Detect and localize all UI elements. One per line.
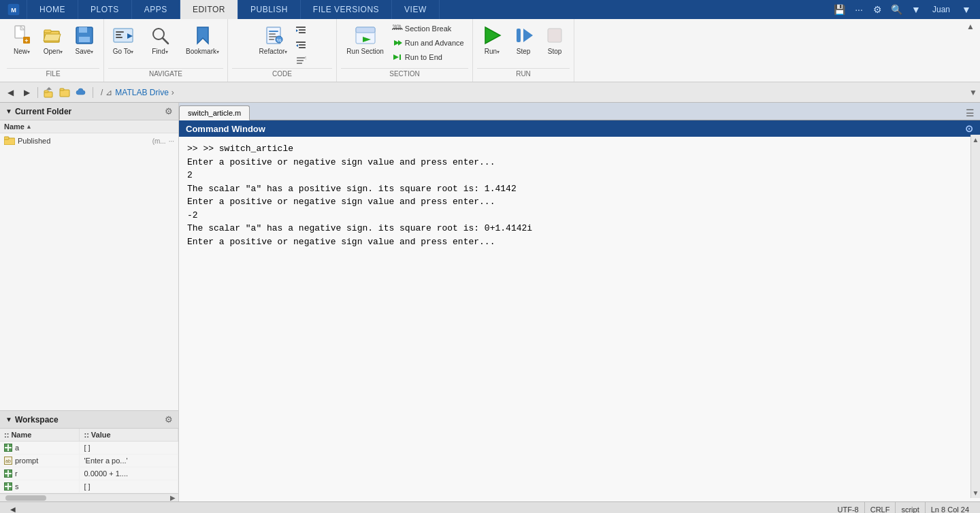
- ribbon-navigate-label: NAVIGATE: [108, 68, 223, 79]
- bookmark-label-row: Bookmark ▾: [186, 48, 219, 56]
- folder-icon: [4, 135, 15, 146]
- quick-access-more-icon[interactable]: ···: [851, 2, 867, 17]
- matlab-logo[interactable]: M: [0, 0, 27, 19]
- left-panel-scrollbar[interactable]: ▶: [0, 493, 178, 501]
- ribbon-file-buttons: + New ▾ Open: [7, 22, 99, 67]
- current-folder-gear-icon[interactable]: ⚙: [165, 106, 173, 116]
- command-window-settings-icon[interactable]: ⊙: [965, 123, 973, 134]
- find-label: Find: [152, 48, 165, 56]
- breadcrumb-sep-2: ⊿: [105, 88, 112, 97]
- workspace-var-a[interactable]: a [ ]: [0, 442, 178, 454]
- command-window-header: Command Window ⊙: [179, 120, 980, 137]
- svg-rect-36: [297, 63, 302, 64]
- workspace-table: :: Name :: Value: [0, 429, 178, 493]
- quick-access-dropdown-icon[interactable]: ▼: [908, 2, 924, 17]
- breadcrumb-matlab-drive[interactable]: MATLAB Drive: [115, 88, 168, 97]
- refactor-icon: %: [263, 24, 284, 46]
- menu-tab-publish[interactable]: PUBLISH: [238, 0, 301, 19]
- var-prompt-string-icon: ab: [4, 457, 12, 465]
- new-button[interactable]: + New ▾: [7, 22, 37, 59]
- find-arrow-icon: ▾: [165, 49, 168, 55]
- command-line-3: The scalar "a" has a positive sign. its …: [187, 182, 972, 196]
- ribbon-group-section: Run Section %% Section Break: [337, 19, 473, 82]
- svg-text:%%: %%: [393, 24, 401, 29]
- run-and-advance-button[interactable]: Run and Advance: [389, 36, 467, 50]
- breadcrumb-dropdown-btn[interactable]: ▼: [969, 88, 977, 97]
- svg-rect-49: [517, 29, 521, 42]
- stop-button[interactable]: Stop: [540, 22, 570, 59]
- run-section-button[interactable]: Run Section: [342, 22, 387, 59]
- vscroll-up-arrow[interactable]: ▲: [971, 135, 980, 145]
- menu-tab-apps[interactable]: APPS: [132, 0, 180, 19]
- folder-item-published[interactable]: Published (m... ···: [0, 133, 178, 148]
- current-folder-header: ▼ Current Folder ⚙: [0, 103, 178, 120]
- menu-tab-home[interactable]: HOME: [27, 0, 78, 19]
- quick-access-settings-icon[interactable]: ⚙: [870, 2, 886, 17]
- comment-button[interactable]: %: [293, 53, 309, 67]
- svg-marker-45: [398, 40, 402, 46]
- indent-icon: [295, 24, 306, 35]
- command-window-body[interactable]: >> >> switch_article Enter a positive or…: [179, 137, 980, 501]
- code-small-buttons: %: [293, 23, 309, 67]
- run-button[interactable]: Run ▾: [477, 22, 507, 59]
- command-prompt-symbol: >>: [187, 144, 203, 154]
- published-folder-menu[interactable]: ···: [169, 137, 174, 145]
- section-break-button[interactable]: %% Section Break: [389, 22, 467, 35]
- find-button[interactable]: Find ▾: [140, 22, 180, 59]
- open-button[interactable]: Open ▾: [38, 22, 68, 59]
- ribbon: + New ▾ Open: [0, 19, 980, 82]
- workspace-name-col[interactable]: :: Name: [0, 429, 80, 442]
- browse-folder-button[interactable]: [58, 85, 73, 100]
- refactor-button[interactable]: % Refactor ▾: [255, 22, 292, 59]
- folder-name-col-header[interactable]: Name ▲: [4, 122, 174, 131]
- status-left-arrow[interactable]: ◀: [5, 502, 20, 514]
- workspace-gear-icon[interactable]: ⚙: [165, 414, 173, 425]
- command-line-4: Enter a positive or negative sign value …: [187, 195, 972, 209]
- quick-access-search-icon[interactable]: 🔍: [889, 2, 905, 17]
- left-panel-scrollbar-thumb[interactable]: [5, 495, 46, 501]
- back-button[interactable]: ◀: [3, 85, 18, 100]
- workspace-value-col[interactable]: :: Value: [80, 429, 178, 442]
- tab-bar-menu-icon[interactable]: ☰: [963, 106, 977, 120]
- workspace-var-prompt[interactable]: ab prompt 'Enter a po...': [0, 454, 178, 467]
- var-r-name-cell: r: [0, 467, 80, 480]
- user-name[interactable]: Juan: [927, 5, 956, 14]
- forward-button[interactable]: ▶: [19, 85, 34, 100]
- status-bar: ◀ UTF-8 CRLF script Ln 8 Col 24: [0, 501, 980, 513]
- ribbon-collapse-btn[interactable]: ▲: [966, 19, 977, 82]
- breadcrumb-sep-1: /: [101, 88, 103, 97]
- var-r-name: r: [15, 469, 18, 478]
- step-button[interactable]: Step: [508, 22, 538, 59]
- cloud-button[interactable]: [74, 85, 89, 100]
- vscroll-down-arrow[interactable]: ▼: [971, 488, 980, 498]
- published-folder-name: Published: [18, 137, 150, 145]
- stop-icon: [544, 24, 566, 46]
- menu-tab-editor[interactable]: EDITOR: [180, 0, 238, 19]
- menu-tab-plots[interactable]: PLOTS: [78, 0, 132, 19]
- command-window-vscrollbar[interactable]: ▲ ▼: [970, 135, 980, 498]
- up-folder-button[interactable]: [42, 85, 56, 100]
- left-panel-scroll-right-arrow[interactable]: ▶: [170, 494, 176, 501]
- indent-button[interactable]: [293, 23, 309, 37]
- quick-access-save-icon[interactable]: 💾: [832, 2, 848, 17]
- svg-rect-22: [269, 36, 277, 37]
- bookmark-icon: [192, 24, 214, 46]
- svg-marker-48: [485, 27, 500, 44]
- menu-tab-file-versions[interactable]: FILE VERSIONS: [301, 0, 392, 19]
- workspace-name-label: ::: [4, 431, 11, 439]
- user-dropdown-icon[interactable]: ▼: [958, 2, 975, 17]
- save-button[interactable]: Save ▾: [69, 22, 99, 59]
- editor-tab-switch-article[interactable]: switch_article.m: [179, 105, 250, 120]
- workspace-var-s[interactable]: s [ ]: [0, 480, 178, 493]
- workspace-arrow: ▼: [5, 416, 12, 423]
- goto-button[interactable]: Go To ▾: [108, 22, 138, 59]
- outdent-button[interactable]: [293, 38, 309, 52]
- right-panel: switch_article.m ☰ Command Window ⊙ >> >…: [179, 103, 980, 501]
- svg-marker-29: [296, 29, 298, 32]
- run-to-end-button[interactable]: Run to End: [389, 50, 467, 64]
- menu-tab-view[interactable]: VIEW: [392, 0, 440, 19]
- workspace-var-r[interactable]: r 0.0000 + 1....: [0, 467, 178, 480]
- find-label-row: Find ▾: [152, 48, 167, 56]
- run-to-end-icon: [392, 52, 403, 63]
- bookmark-button[interactable]: Bookmark ▾: [182, 22, 223, 59]
